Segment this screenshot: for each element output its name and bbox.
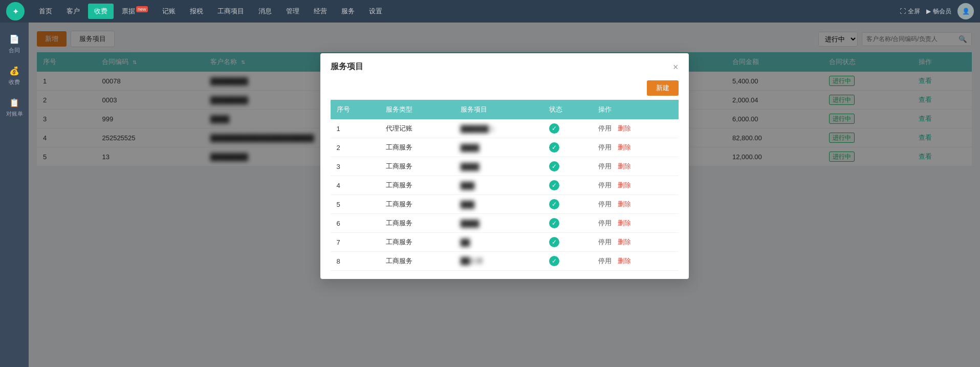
nav-manage[interactable]: 管理: [280, 4, 306, 19]
modal-cell-status: ✓: [543, 138, 592, 157]
modal-cell-actions: 停用 删除: [592, 119, 678, 138]
modal-cell-type: 工商服务: [380, 157, 454, 175]
status-check-icon: ✓: [549, 142, 559, 153]
member-icon: ▶: [926, 8, 931, 15]
nav-items: 首页 客户 收费 票据new 记账 报税 工商项目 消息 管理 经营 服务 设置: [33, 4, 900, 19]
badge-new: new: [136, 6, 148, 12]
modal-cell-actions: 停用 删除: [592, 138, 678, 157]
status-check-icon: ✓: [549, 161, 559, 171]
modal-new-button[interactable]: 新建: [647, 80, 679, 96]
contract-icon: 📄: [8, 33, 20, 45]
modal-close-button[interactable]: ×: [673, 62, 679, 72]
nav-home[interactable]: 首页: [33, 4, 58, 19]
nav-tax[interactable]: 报税: [184, 4, 209, 19]
service-item-modal: 服务项目 × 新建 序号 服务类型 服务项目 状态 操作 1 代理记账: [320, 53, 689, 175]
avatar[interactable]: 👤: [957, 3, 974, 19]
stop-button[interactable]: 停用: [598, 162, 612, 170]
nav-right: ⛶ 全屏 ▶ 畅会员 👤: [900, 3, 974, 19]
modal-table-row: 1 代理记账 ██████ 1 ✓ 停用 删除: [331, 119, 679, 138]
modal-cell-type: 工商服务: [380, 138, 454, 157]
modal-table-body: 1 代理记账 ██████ 1 ✓ 停用 删除 2 工商服务 ████ ✓ 停用…: [331, 119, 679, 175]
left-sidebar: 📄 合同 💰 收费 📋 对账单: [0, 23, 29, 175]
modal-cell-item: ████: [454, 157, 543, 175]
modal-header: 服务项目 ×: [320, 53, 689, 76]
stop-button[interactable]: 停用: [598, 124, 612, 132]
modal-cell-actions: 停用 删除: [592, 157, 678, 175]
fullscreen-label: 全屏: [908, 7, 920, 16]
modal-table-header-row: 序号 服务类型 服务项目 状态 操作: [331, 100, 679, 119]
modal-table-row: 3 工商服务 ████ ✓ 停用 删除: [331, 157, 679, 175]
top-nav: ✦ 首页 客户 收费 票据new 记账 报税 工商项目 消息 管理 经营 服务 …: [0, 0, 980, 23]
delete-button[interactable]: 删除: [618, 143, 631, 151]
modal-cell-item: ████: [454, 138, 543, 157]
sidebar-item-fee-label: 收费: [9, 78, 20, 86]
modal-cell-type: 代理记账: [380, 119, 454, 138]
nav-operation[interactable]: 经营: [308, 4, 333, 19]
nav-commerce[interactable]: 工商项目: [211, 4, 250, 19]
sidebar-item-reconcile-label: 对账单: [6, 110, 23, 118]
nav-client[interactable]: 客户: [60, 4, 86, 19]
modal-toolbar: 新建: [320, 76, 689, 100]
sidebar-item-reconcile[interactable]: 📋 对账单: [1, 92, 28, 122]
member-button[interactable]: ▶ 畅会员: [926, 7, 951, 16]
sidebar-item-contract-label: 合同: [9, 47, 20, 54]
fullscreen-icon: ⛶: [900, 8, 906, 15]
fullscreen-button[interactable]: ⛶ 全屏: [900, 7, 920, 16]
nav-account[interactable]: 记账: [156, 4, 182, 19]
modal-cell-status: ✓: [543, 119, 592, 138]
modal-col-item: 服务项目: [454, 100, 543, 119]
member-label: 畅会员: [933, 7, 951, 16]
nav-invoice[interactable]: 票据new: [116, 4, 154, 19]
sidebar-item-contract[interactable]: 📄 合同: [1, 29, 28, 58]
modal-cell-status: ✓: [543, 157, 592, 175]
sidebar-item-fee[interactable]: 💰 收费: [1, 60, 28, 90]
modal-overlay: 服务项目 × 新建 序号 服务类型 服务项目 状态 操作 1 代理记账: [29, 23, 980, 175]
modal-cell-no: 2: [331, 138, 380, 157]
delete-button[interactable]: 删除: [618, 124, 631, 132]
modal-col-type: 服务类型: [380, 100, 454, 119]
modal-cell-no: 1: [331, 119, 380, 138]
modal-col-no: 序号: [331, 100, 380, 119]
modal-title: 服务项目: [331, 61, 363, 72]
modal-cell-item: ██████ 1: [454, 119, 543, 138]
reconcile-icon: 📋: [8, 96, 20, 109]
nav-message[interactable]: 消息: [252, 4, 278, 19]
fee-icon: 💰: [8, 64, 20, 77]
status-check-icon: ✓: [549, 123, 559, 134]
delete-button[interactable]: 删除: [618, 162, 631, 170]
stop-button[interactable]: 停用: [598, 143, 612, 151]
nav-settings[interactable]: 设置: [363, 4, 388, 19]
app-logo: ✦: [6, 2, 25, 20]
modal-cell-no: 3: [331, 157, 380, 175]
modal-table-row: 2 工商服务 ████ ✓ 停用 删除: [331, 138, 679, 157]
nav-service[interactable]: 服务: [335, 4, 361, 19]
modal-table: 序号 服务类型 服务项目 状态 操作 1 代理记账 ██████ 1 ✓ 停用 …: [331, 100, 679, 175]
modal-col-status: 状态: [543, 100, 592, 119]
modal-col-actions: 操作: [592, 100, 678, 119]
nav-fee[interactable]: 收费: [88, 4, 114, 19]
modal-table-wrap[interactable]: 序号 服务类型 服务项目 状态 操作 1 代理记账 ██████ 1 ✓ 停用 …: [320, 100, 689, 175]
